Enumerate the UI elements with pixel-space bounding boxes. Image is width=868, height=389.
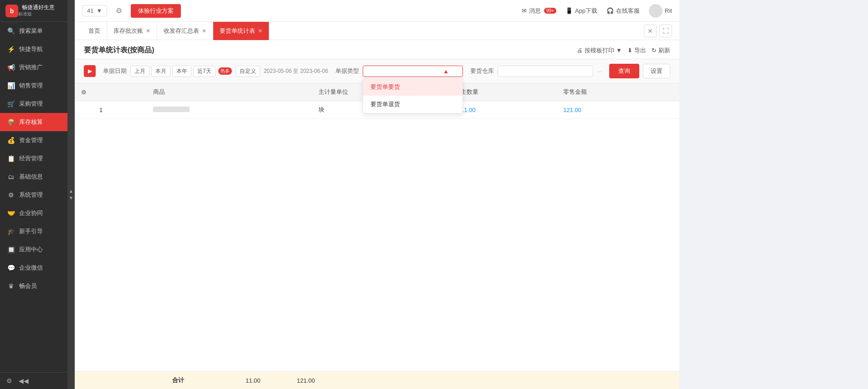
sidebar-item-sales[interactable]: 📊 销售管理 [0, 77, 67, 95]
sidebar-collapse-icon[interactable]: ◀◀ [19, 377, 29, 384]
enterprise-icon: 🤝 [6, 209, 15, 218]
sidebar-label-search: 搜索菜单 [19, 27, 43, 35]
filter-toggle-btn[interactable]: ▶ [84, 65, 96, 77]
app-download-icon: 📱 [565, 7, 573, 14]
sidebar-item-operations[interactable]: 📋 经营管理 [0, 149, 67, 168]
sidebar-item-app-center[interactable]: 🔲 应用中心 [0, 241, 67, 259]
row-amount[interactable]: 121.00 [557, 101, 679, 119]
print-label: 按模板打印 [585, 46, 614, 55]
print-icon: 🖨 [577, 47, 583, 54]
row-settings [75, 101, 93, 119]
sidebar-label-enterprise: 企业协同 [19, 209, 43, 217]
settings-button[interactable]: 设置 [643, 64, 670, 78]
sidebar-item-vip[interactable]: ♛ 畅会员 [0, 277, 67, 295]
sidebar-label-marketing: 营销推广 [19, 63, 43, 72]
tab-expand-btn[interactable]: ⛶ [659, 25, 672, 37]
row-index: 1 [93, 101, 147, 119]
col-index [93, 83, 147, 101]
online-service-label: 在线客服 [616, 7, 640, 15]
main-content: 41 ▼ ⚙ 体验行业方案 ✉ 消息 99+ 📱 App下载 🎧 在 [75, 0, 679, 389]
query-button[interactable]: 查询 [609, 64, 639, 78]
last7days-btn[interactable]: 近7天 [193, 66, 216, 77]
online-service-icon: 🎧 [606, 7, 614, 14]
logo-text-block: 畅捷通好生意 标准版 [18, 4, 55, 18]
online-service-action[interactable]: 🎧 在线客服 [606, 7, 640, 15]
sidebar-item-enterprise[interactable]: 🤝 企业协同 [0, 204, 67, 222]
tab-receivables-label: 收发存汇总表 [164, 27, 199, 35]
type-select[interactable]: ▲ [363, 66, 463, 77]
sidebar-item-purchase[interactable]: 🛒 采购管理 [0, 95, 67, 113]
col-goods: 商品 [147, 83, 312, 101]
sidebar-label-system: 系统管理 [19, 191, 43, 199]
header-settings-icon[interactable]: ⚙ [113, 5, 125, 17]
footer-amount: 121.00 [297, 377, 315, 384]
user-name: Rit [665, 7, 672, 14]
company-name: 41 [87, 7, 93, 14]
company-selector[interactable]: 41 ▼ [82, 5, 107, 16]
tab-batch-account-close[interactable]: ✕ [146, 28, 150, 34]
sidebar-label-sales: 销售管理 [19, 82, 43, 90]
filter-buttons: 查询 设置 [609, 64, 670, 78]
tab-close-all-btn[interactable]: ✕ [644, 25, 657, 37]
sidebar-settings-icon[interactable]: ⚙ [6, 377, 12, 384]
message-label: 消息 [529, 7, 541, 15]
row-quantity[interactable]: 11.00 [454, 101, 557, 119]
guide-icon: 🎓 [6, 227, 15, 236]
app-center-icon: 🔲 [6, 245, 15, 254]
type-filter-group: 单据类型 ▲ 要货单要货 要货单退货 [335, 66, 463, 77]
prev-month-btn[interactable]: 上月 [130, 66, 149, 77]
sidebar-item-quick-nav[interactable]: ⚡ 快捷导航 [0, 40, 67, 58]
sidebar-item-guide[interactable]: 🎓 新手引导 [0, 222, 67, 241]
company-dropdown-icon: ▼ [96, 7, 102, 14]
operations-icon: 📋 [6, 154, 15, 163]
tab-receivables[interactable]: 收发存汇总表 ✕ [157, 22, 213, 40]
type-filter-label: 单据类型 [335, 67, 359, 75]
sidebar-scroll-handle[interactable]: ▲ ▼ [67, 0, 75, 389]
warehouse-input[interactable] [498, 66, 593, 77]
col-settings[interactable]: ⚙ [75, 83, 93, 101]
sidebar: b 畅捷通好生意 标准版 🔍 搜索菜单 ⚡ 快捷导航 📢 营销推广 📊 [0, 0, 67, 389]
sidebar-item-basic[interactable]: 🗂 基础信息 [0, 168, 67, 186]
top-header: 41 ▼ ⚙ 体验行业方案 ✉ 消息 99+ 📱 App下载 🎧 在 [75, 0, 679, 22]
tab-batch-account[interactable]: 库存批次账 ✕ [107, 22, 157, 40]
sidebar-item-search[interactable]: 🔍 搜索菜单 [0, 22, 67, 40]
user-profile[interactable]: Rit [649, 4, 672, 18]
refresh-btn[interactable]: ↻ 刷新 [652, 46, 670, 55]
sidebar-item-finance[interactable]: 💰 资金管理 [0, 131, 67, 149]
app-download-action[interactable]: 📱 App下载 [565, 7, 597, 15]
app-download-label: App下载 [575, 7, 597, 15]
tab-batch-account-label: 库存批次账 [113, 27, 143, 35]
custom-date-btn[interactable]: 自定义 [236, 66, 260, 77]
message-icon: ✉ [522, 7, 527, 14]
sidebar-item-system[interactable]: ⚙ 系统管理 [0, 186, 67, 204]
export-label: 导出 [634, 46, 646, 55]
sidebar-item-wechat[interactable]: 💬 企业微信 [0, 259, 67, 277]
print-template-btn[interactable]: 🖨 按模板打印 ▼ [577, 46, 622, 55]
inventory-icon: 📦 [6, 118, 15, 127]
sidebar-item-marketing[interactable]: 📢 营销推广 [0, 58, 67, 77]
dropdown-item-order-goods[interactable]: 要货单要货 [363, 78, 462, 96]
sidebar-logo: b 畅捷通好生意 标准版 [0, 0, 67, 22]
tab-order-stats-close[interactable]: ✕ [258, 28, 262, 34]
logo-title: 畅捷通好生意 [22, 4, 55, 11]
this-year-btn[interactable]: 本年 [172, 66, 191, 77]
logo-icon: b [5, 5, 18, 17]
trial-button[interactable]: 体验行业方案 [131, 4, 181, 18]
tab-home[interactable]: 首页 [82, 22, 107, 40]
message-action[interactable]: ✉ 消息 99+ [522, 7, 556, 15]
this-month-btn[interactable]: 本月 [151, 66, 170, 77]
tab-order-stats-label: 要货单统计表 [220, 27, 255, 35]
page-title: 要货单统计表(按商品) [84, 46, 154, 55]
tab-receivables-close[interactable]: ✕ [202, 28, 206, 34]
tab-order-stats[interactable]: 要货单统计表 ✕ [213, 22, 269, 40]
export-btn[interactable]: ⬇ 导出 [627, 46, 646, 55]
search-nav-icon: 🔍 [6, 26, 15, 36]
dropdown-item-order-return[interactable]: 要货单退货 [363, 96, 462, 113]
sidebar-item-inventory[interactable]: 📦 库存核算 [0, 113, 67, 131]
warehouse-more-icon[interactable]: ··· [597, 68, 602, 75]
print-dropdown-icon: ▼ [616, 47, 622, 54]
sidebar-label-guide: 新手引导 [19, 227, 43, 235]
type-select-chevron-up-icon: ▲ [443, 68, 449, 75]
tab-bar-end: ✕ ⛶ [644, 25, 672, 37]
basic-icon: 🗂 [6, 172, 15, 181]
